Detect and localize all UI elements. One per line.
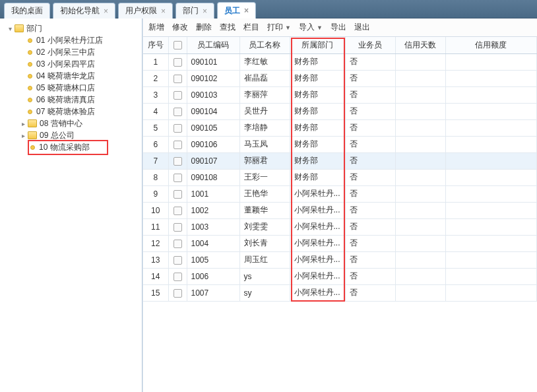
toolbar-add[interactable]: 新增 bbox=[148, 22, 164, 33]
cell-name[interactable]: 王彩一 bbox=[239, 169, 290, 185]
cell-chk[interactable] bbox=[168, 235, 187, 251]
cell-code[interactable]: 090102 bbox=[187, 70, 239, 86]
cell-chk[interactable] bbox=[168, 185, 187, 202]
cell-chk[interactable] bbox=[168, 218, 187, 235]
cell-name[interactable]: 刘长青 bbox=[239, 235, 290, 251]
cell-credit-limit[interactable] bbox=[445, 53, 537, 70]
cell-sales[interactable]: 否 bbox=[345, 268, 395, 284]
cell-code[interactable]: 090101 bbox=[187, 53, 239, 70]
cell-code[interactable]: 1004 bbox=[187, 235, 239, 251]
table-row[interactable]: 1090101李红敏财务部否 bbox=[143, 53, 537, 70]
cell-credit-days[interactable] bbox=[395, 185, 445, 202]
cell-sales[interactable]: 否 bbox=[345, 235, 395, 251]
cell-credit-limit[interactable] bbox=[445, 284, 537, 301]
tree-node[interactable]: 04 晓荷塘华龙店 bbox=[25, 70, 142, 82]
cell-seq[interactable]: 9 bbox=[143, 185, 168, 202]
cell-name[interactable]: 刘雯雯 bbox=[239, 218, 290, 235]
table-row[interactable]: 4090104吴世丹财务部否 bbox=[143, 103, 537, 119]
cell-name[interactable]: 郭丽君 bbox=[239, 152, 290, 169]
cell-credit-limit[interactable] bbox=[445, 268, 537, 284]
row-checkbox[interactable] bbox=[174, 141, 182, 149]
cell-name[interactable]: 李红敏 bbox=[239, 53, 290, 70]
cell-seq[interactable]: 12 bbox=[143, 235, 168, 251]
cell-name[interactable]: sy bbox=[239, 284, 290, 301]
row-checkbox[interactable] bbox=[174, 273, 182, 281]
cell-name[interactable]: ys bbox=[239, 268, 290, 284]
toolbar-delete[interactable]: 删除 bbox=[196, 22, 212, 33]
cell-code[interactable]: 090108 bbox=[187, 169, 239, 185]
col-credit-days[interactable]: 信用天数 bbox=[395, 37, 445, 53]
cell-credit-days[interactable] bbox=[395, 235, 445, 251]
cell-credit-limit[interactable] bbox=[445, 152, 537, 169]
data-grid[interactable]: 序号 员工编码 员工名称 所属部门 业务员 信用天数 信用额度 1090101李… bbox=[143, 37, 537, 392]
cell-dept[interactable]: 财务部 bbox=[290, 119, 345, 136]
cell-sales[interactable]: 否 bbox=[345, 70, 395, 86]
table-row[interactable]: 111003刘雯雯小阿呆牡丹...否 bbox=[143, 218, 537, 235]
cell-seq[interactable]: 1 bbox=[143, 53, 168, 70]
tab[interactable]: 我的桌面 bbox=[4, 3, 50, 18]
cell-credit-days[interactable] bbox=[395, 119, 445, 136]
cell-code[interactable]: 1005 bbox=[187, 251, 239, 268]
cell-chk[interactable] bbox=[168, 284, 187, 301]
cell-chk[interactable] bbox=[168, 136, 187, 152]
tab[interactable]: 员工× bbox=[217, 2, 256, 18]
close-icon[interactable]: × bbox=[203, 7, 207, 16]
row-checkbox[interactable] bbox=[174, 190, 182, 199]
cell-credit-days[interactable] bbox=[395, 70, 445, 86]
cell-credit-days[interactable] bbox=[395, 86, 445, 103]
table-row[interactable]: 131005周玉红小阿呆牡丹...否 bbox=[143, 251, 537, 268]
table-row[interactable]: 151007sy小阿呆牡丹...否 bbox=[143, 284, 537, 301]
col-dept[interactable]: 所属部门 bbox=[290, 37, 345, 53]
table-row[interactable]: 3090103李丽萍财务部否 bbox=[143, 86, 537, 103]
cell-chk[interactable] bbox=[168, 103, 187, 119]
cell-seq[interactable]: 2 bbox=[143, 70, 168, 86]
cell-dept[interactable]: 财务部 bbox=[290, 169, 345, 185]
toolbar-columns[interactable]: 栏目 bbox=[243, 22, 259, 33]
tab[interactable]: 部门× bbox=[175, 3, 214, 18]
col-name[interactable]: 员工名称 bbox=[239, 37, 290, 53]
cell-credit-limit[interactable] bbox=[445, 202, 537, 218]
cell-sales[interactable]: 否 bbox=[345, 136, 395, 152]
cell-credit-days[interactable] bbox=[395, 202, 445, 218]
table-row[interactable]: 5090105李培静财务部否 bbox=[143, 119, 537, 136]
cell-sales[interactable]: 否 bbox=[345, 284, 395, 301]
row-checkbox[interactable] bbox=[174, 58, 182, 67]
cell-dept[interactable]: 小阿呆牡丹... bbox=[290, 185, 345, 202]
cell-dept[interactable]: 小阿呆牡丹... bbox=[290, 268, 345, 284]
row-checkbox[interactable] bbox=[174, 91, 182, 100]
cell-dept[interactable]: 小阿呆牡丹... bbox=[290, 251, 345, 268]
tree-node[interactable]: 10 物流采购部 bbox=[25, 141, 142, 153]
cell-seq[interactable]: 6 bbox=[143, 136, 168, 152]
cell-credit-days[interactable] bbox=[395, 284, 445, 301]
cell-credit-limit[interactable] bbox=[445, 103, 537, 119]
cell-sales[interactable]: 否 bbox=[345, 103, 395, 119]
col-chk[interactable] bbox=[168, 37, 187, 53]
tab[interactable]: 初始化导航× bbox=[53, 3, 115, 18]
cell-dept[interactable]: 财务部 bbox=[290, 103, 345, 119]
cell-credit-days[interactable] bbox=[395, 136, 445, 152]
row-checkbox[interactable] bbox=[174, 240, 182, 248]
tree-node[interactable]: 03 小阿呆四平店 bbox=[25, 58, 142, 70]
expand-icon[interactable]: ▸ bbox=[20, 132, 26, 139]
tree-node[interactable]: 07 晓荷塘体验店 bbox=[25, 106, 142, 117]
row-checkbox[interactable] bbox=[174, 75, 182, 83]
row-checkbox[interactable] bbox=[174, 157, 182, 166]
cell-sales[interactable]: 否 bbox=[345, 86, 395, 103]
cell-code[interactable]: 1003 bbox=[187, 218, 239, 235]
cell-name[interactable]: 崔晶磊 bbox=[239, 70, 290, 86]
cell-name[interactable]: 董颖华 bbox=[239, 202, 290, 218]
cell-chk[interactable] bbox=[168, 53, 187, 70]
cell-sales[interactable]: 否 bbox=[345, 251, 395, 268]
tree-node[interactable]: 02 小阿呆三中店 bbox=[25, 46, 142, 58]
tree-node[interactable]: 06 晓荷塘清真店 bbox=[25, 94, 142, 106]
cell-seq[interactable]: 13 bbox=[143, 251, 168, 268]
cell-chk[interactable] bbox=[168, 202, 187, 218]
cell-name[interactable]: 李培静 bbox=[239, 119, 290, 136]
cell-chk[interactable] bbox=[168, 251, 187, 268]
tree-node[interactable]: 05 晓荷塘林口店 bbox=[25, 82, 142, 94]
toolbar-import[interactable]: 导入▼ bbox=[299, 22, 323, 33]
tree-node[interactable]: 01 小阿呆牡丹江店 bbox=[25, 34, 142, 46]
cell-dept[interactable]: 财务部 bbox=[290, 86, 345, 103]
cell-credit-days[interactable] bbox=[395, 251, 445, 268]
cell-credit-days[interactable] bbox=[395, 169, 445, 185]
